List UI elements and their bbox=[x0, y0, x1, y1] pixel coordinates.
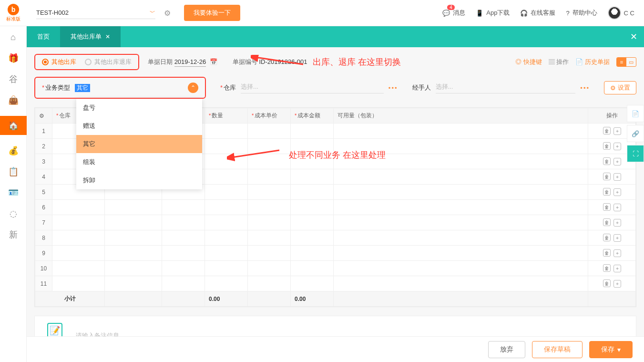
cell[interactable] bbox=[52, 230, 105, 246]
cell[interactable] bbox=[105, 276, 162, 291]
cell[interactable] bbox=[291, 230, 334, 246]
rail-expand-icon[interactable]: ⛶ bbox=[627, 145, 644, 162]
save-draft-button[interactable]: 保存草稿 bbox=[532, 341, 583, 358]
sidebar-idcard-icon[interactable]: 🪪 bbox=[8, 187, 19, 198]
cell[interactable] bbox=[205, 169, 248, 185]
cell[interactable] bbox=[334, 230, 588, 246]
warehouse-field[interactable]: *仓库 选择... ••• bbox=[220, 83, 398, 93]
dropdown-option-chaixie[interactable]: 拆卸 bbox=[76, 171, 202, 189]
cell[interactable] bbox=[52, 246, 105, 261]
cell[interactable] bbox=[105, 200, 162, 215]
dropdown-option-pankui[interactable]: 盘亏 bbox=[76, 99, 202, 117]
cell[interactable] bbox=[205, 200, 248, 215]
cell[interactable] bbox=[248, 139, 291, 154]
discard-button[interactable]: 放弃 bbox=[488, 341, 525, 358]
delete-row-icon[interactable]: 🗑 bbox=[603, 142, 611, 150]
cell[interactable] bbox=[291, 215, 334, 230]
cell[interactable] bbox=[334, 124, 588, 139]
delete-row-icon[interactable]: 🗑 bbox=[603, 188, 611, 196]
table-row[interactable]: 9🗑＋ bbox=[35, 246, 636, 261]
delete-row-icon[interactable]: 🗑 bbox=[603, 218, 611, 226]
sidebar-clipboard-icon[interactable]: 📋 bbox=[8, 166, 19, 177]
sidebar-cycle-icon[interactable]: ◌ bbox=[8, 208, 19, 219]
cell[interactable] bbox=[334, 276, 588, 291]
cell[interactable] bbox=[105, 246, 162, 261]
sidebar-money-icon[interactable]: 💰 bbox=[8, 145, 19, 156]
business-type-field[interactable]: *业务类型 其它 ⌃ bbox=[42, 83, 198, 93]
delete-row-icon[interactable]: 🗑 bbox=[603, 264, 611, 272]
cell[interactable] bbox=[162, 246, 205, 261]
cell[interactable] bbox=[205, 215, 248, 230]
cell[interactable] bbox=[291, 261, 334, 276]
rail-note-icon[interactable]: 📄 bbox=[627, 105, 644, 122]
cell[interactable] bbox=[248, 200, 291, 215]
add-row-icon[interactable]: ＋ bbox=[613, 204, 621, 211]
cell[interactable] bbox=[105, 261, 162, 276]
cell[interactable] bbox=[334, 154, 588, 169]
delete-row-icon[interactable]: 🗑 bbox=[603, 173, 611, 180]
card-view-icon[interactable]: ▭ bbox=[626, 58, 636, 66]
sidebar-house-icon[interactable]: ⾕ bbox=[8, 74, 19, 84]
tab-other-outbound[interactable]: 其他出库单 ✕ bbox=[60, 26, 121, 47]
delete-row-icon[interactable]: 🗑 bbox=[603, 279, 611, 287]
add-row-icon[interactable]: ＋ bbox=[613, 280, 621, 288]
cell[interactable] bbox=[291, 124, 334, 139]
delete-row-icon[interactable]: 🗑 bbox=[603, 234, 611, 241]
radio-other-outbound-return[interactable]: 其他出库退库 bbox=[85, 58, 132, 66]
cell[interactable] bbox=[248, 124, 291, 139]
chevron-up-icon[interactable]: ⌃ bbox=[188, 83, 198, 93]
cell[interactable] bbox=[334, 246, 588, 261]
add-row-icon[interactable]: ＋ bbox=[613, 143, 621, 150]
cell[interactable] bbox=[205, 276, 248, 291]
rail-link-icon[interactable]: 🔗 bbox=[627, 125, 644, 142]
cell[interactable] bbox=[205, 246, 248, 261]
table-row[interactable]: 10🗑＋ bbox=[35, 261, 636, 276]
shortcut-link[interactable]: ◎ 快捷键 bbox=[515, 58, 542, 66]
add-row-icon[interactable]: ＋ bbox=[613, 265, 621, 272]
cell[interactable] bbox=[248, 154, 291, 169]
dropdown-option-zengsong[interactable]: 赠送 bbox=[76, 117, 202, 135]
online-service-link[interactable]: 🎧 在线客服 bbox=[520, 9, 555, 17]
app-download-link[interactable]: 📱 App下载 bbox=[476, 9, 510, 17]
company-select[interactable]: TEST-H002 ﹀ bbox=[36, 7, 155, 19]
cell[interactable] bbox=[248, 215, 291, 230]
sidebar-warehouse-icon[interactable]: 🏠 bbox=[0, 116, 27, 135]
cell[interactable] bbox=[248, 230, 291, 246]
sidebar-home-icon[interactable]: ⌂ bbox=[8, 32, 19, 42]
view-mode-toggle[interactable]: ≡ ▭ bbox=[616, 57, 636, 67]
col-gear[interactable]: ⚙ bbox=[35, 108, 52, 124]
add-row-icon[interactable]: ＋ bbox=[613, 188, 621, 196]
cell[interactable] bbox=[52, 200, 105, 215]
cell[interactable] bbox=[52, 261, 105, 276]
add-row-icon[interactable]: ＋ bbox=[613, 219, 621, 227]
cell[interactable] bbox=[248, 185, 291, 200]
tab-home[interactable]: 首页 bbox=[27, 26, 60, 47]
history-link[interactable]: 📄 历史单据 bbox=[575, 58, 610, 66]
add-row-icon[interactable]: ＋ bbox=[613, 234, 621, 242]
cell[interactable] bbox=[334, 261, 588, 276]
table-row[interactable]: 7🗑＋ bbox=[35, 215, 636, 230]
cell[interactable] bbox=[291, 139, 334, 154]
cell[interactable] bbox=[52, 215, 105, 230]
messages-link[interactable]: 💬 消息 4 bbox=[442, 9, 465, 17]
cell[interactable] bbox=[334, 169, 588, 185]
cell[interactable] bbox=[162, 200, 205, 215]
cell[interactable] bbox=[334, 200, 588, 215]
handler-field[interactable]: 经手人 选择... ••• bbox=[412, 83, 590, 93]
cell[interactable] bbox=[205, 261, 248, 276]
settings-gear-icon[interactable]: ⚙ bbox=[164, 9, 171, 18]
document-date-field[interactable]: 单据日期 2019-12-26 📅 bbox=[148, 58, 217, 66]
cell[interactable] bbox=[291, 169, 334, 185]
cell[interactable] bbox=[205, 185, 248, 200]
cell[interactable] bbox=[334, 139, 588, 154]
dropdown-option-zuzhuang[interactable]: 组装 bbox=[76, 153, 202, 171]
cell[interactable] bbox=[291, 185, 334, 200]
help-center-link[interactable]: ? 帮助中心 bbox=[566, 9, 597, 17]
sidebar-gift-icon[interactable]: 🎁 bbox=[8, 53, 19, 63]
delete-row-icon[interactable]: 🗑 bbox=[603, 157, 611, 165]
table-row[interactable]: 11🗑＋ bbox=[35, 276, 636, 291]
add-row-icon[interactable]: ＋ bbox=[613, 249, 621, 257]
cell[interactable] bbox=[248, 169, 291, 185]
more-icon[interactable]: ••• bbox=[580, 84, 590, 92]
cell[interactable] bbox=[248, 261, 291, 276]
